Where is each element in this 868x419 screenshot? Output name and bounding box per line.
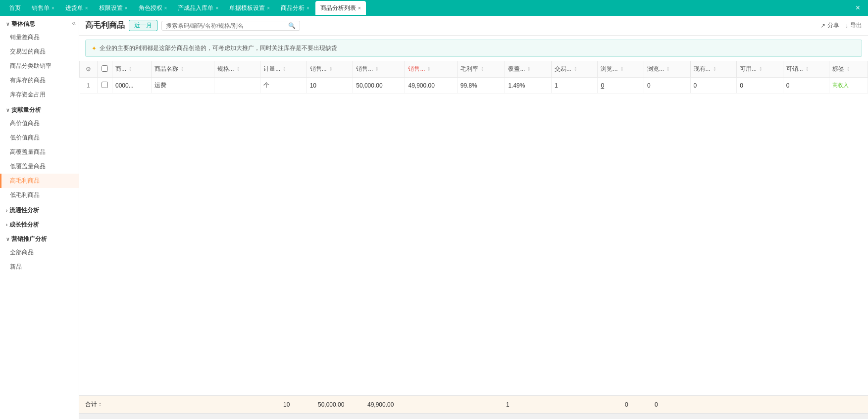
close-template-tab[interactable]: × <box>267 5 270 11</box>
sidebar-group-marketing[interactable]: ∨ 营销推广分析 <box>0 231 79 245</box>
col-sales-qty[interactable]: 销售...⇕ <box>306 61 353 78</box>
col-tag[interactable]: 标签⇕ <box>829 61 868 78</box>
row-current-stock: 0 <box>690 78 737 93</box>
close-permissions-tab[interactable]: × <box>125 5 128 11</box>
col-transactions[interactable]: 交易...⇕ <box>551 61 598 78</box>
close-roles-tab[interactable]: × <box>164 5 167 11</box>
nav-tab-permissions[interactable]: 权限设置 × <box>94 1 133 15</box>
views1-link[interactable]: 0 <box>601 82 604 89</box>
data-table-container[interactable]: ⚙ 商...⇕ 商品名称⇕ 规格...⇕ 计量...⇕ 销售...⇕ 销售...… <box>79 61 868 395</box>
nav-tab-roles[interactable]: 角色授权 × <box>134 1 172 15</box>
sidebar-item-poor-sales[interactable]: 销量差商品 <box>0 30 79 45</box>
row-checkbox[interactable] <box>102 82 108 88</box>
sidebar-group-overview[interactable]: ∨ 整体信息 <box>0 16 79 30</box>
nav-tab-home[interactable]: 首页 <box>4 1 26 15</box>
col-unit[interactable]: 计量...⇕ <box>260 61 307 78</box>
search-icon[interactable]: 🔍 <box>288 22 296 29</box>
sidebar-item-traded[interactable]: 交易过的商品 <box>0 45 79 59</box>
select-all-checkbox[interactable] <box>102 65 108 72</box>
col-coverage[interactable]: 覆盖...⇕ <box>505 61 552 78</box>
sidebar: « ∨ 整体信息 销量差商品 交易过的商品 商品分类助销率 有库存的商品 库存资… <box>0 16 79 419</box>
table-header-row: ⚙ 商...⇕ 商品名称⇕ 规格...⇕ 计量...⇕ 销售...⇕ 销售...… <box>80 61 868 78</box>
footer-sales-qty: 10 <box>283 401 318 408</box>
col-views2[interactable]: 浏览...⇕ <box>644 61 691 78</box>
liquidity-arrow: › <box>6 208 7 213</box>
nav-tab-sales[interactable]: 销售单 × <box>27 1 59 15</box>
col-settings[interactable]: ⚙ <box>80 61 98 78</box>
nav-tab-analysis-list[interactable]: 商品分析列表 × <box>315 1 366 15</box>
close-purchase-tab[interactable]: × <box>85 5 88 11</box>
row-sales-cost: 49,900.00 <box>405 78 457 93</box>
col-views1[interactable]: 浏览...⇕ <box>598 61 644 78</box>
row-num: 1 <box>80 78 98 93</box>
settings-icon[interactable]: ⚙ <box>86 66 91 73</box>
row-tag: 高收入 <box>829 78 868 93</box>
row-gross-margin: 99.8% <box>457 78 505 93</box>
row-views2: 0 <box>644 78 691 93</box>
horizontal-scrollbar[interactable] <box>79 413 868 419</box>
page-title: 高毛利商品 <box>85 20 125 31</box>
overview-arrow: ∨ <box>6 21 9 27</box>
sidebar-group-growth[interactable]: › 成长性分析 <box>0 217 79 231</box>
close-all-button[interactable]: × <box>852 3 864 12</box>
sidebar-item-category-rate[interactable]: 商品分类助销率 <box>0 59 79 73</box>
col-current-stock[interactable]: 现有...⇕ <box>690 61 737 78</box>
share-icon: ↗ <box>820 22 825 29</box>
data-table: ⚙ 商...⇕ 商品名称⇕ 规格...⇕ 计量...⇕ 销售...⇕ 销售...… <box>79 61 868 93</box>
sidebar-item-low-margin[interactable]: 低毛利商品 <box>0 188 79 202</box>
marketing-arrow: ∨ <box>6 236 9 242</box>
col-checkbox[interactable] <box>98 61 112 78</box>
footer-sales-cost: 49,900.00 <box>367 401 417 408</box>
search-box: 🔍 <box>161 21 300 31</box>
col-spec[interactable]: 规格...⇕ <box>214 61 260 78</box>
share-button[interactable]: ↗ 分享 <box>820 21 839 30</box>
nav-tab-product-in[interactable]: 产成品入库单 × <box>173 1 223 15</box>
row-spec <box>214 78 260 93</box>
row-name: 运费 <box>151 78 214 93</box>
row-checkbox-cell[interactable] <box>98 78 112 93</box>
col-sellable-stock[interactable]: 可销...⇕ <box>783 61 829 78</box>
row-coverage: 1.49% <box>505 78 552 93</box>
sidebar-item-high-coverage[interactable]: 高覆盖量商品 <box>0 145 79 159</box>
top-nav: 首页 销售单 × 进货单 × 权限设置 × 角色授权 × 产成品入库单 × 单据… <box>0 0 868 16</box>
nav-tab-purchase[interactable]: 进货单 × <box>60 1 93 15</box>
sidebar-item-all-products[interactable]: 全部商品 <box>0 245 79 260</box>
col-code[interactable]: 商...⇕ <box>112 61 152 78</box>
table-row: 1 0000... 运费 个 10 50,000.00 49,900.00 99… <box>80 78 868 93</box>
row-views1: 0 <box>598 78 644 93</box>
col-available-stock[interactable]: 可用...⇕ <box>737 61 783 78</box>
export-button[interactable]: ↓ 导出 <box>845 21 862 30</box>
growth-label: 成长性分析 <box>9 221 39 229</box>
info-banner: ✦ 企业的主要的利润都是这部分商品创造的，可考虑加大推广，同时关注库存是不要出现… <box>85 40 862 57</box>
sidebar-collapse-button[interactable]: « <box>72 19 76 27</box>
nav-tab-analysis[interactable]: 商品分析 × <box>276 1 314 15</box>
nav-tab-template[interactable]: 单据模板设置 × <box>224 1 275 15</box>
col-gross-margin[interactable]: 毛利率⇕ <box>457 61 505 78</box>
sidebar-item-high-value[interactable]: 高价值商品 <box>0 116 79 131</box>
sidebar-item-low-value[interactable]: 低价值商品 <box>0 131 79 145</box>
contribution-label: 贡献量分析 <box>11 106 41 114</box>
row-code: 0000... <box>112 78 152 93</box>
sidebar-item-capital[interactable]: 库存资金占用 <box>0 88 79 102</box>
sidebar-group-liquidity[interactable]: › 流通性分析 <box>0 202 79 217</box>
sidebar-group-contribution[interactable]: ∨ 贡献量分析 <box>0 102 79 116</box>
sidebar-item-low-coverage[interactable]: 低覆盖量商品 <box>0 159 79 174</box>
date-filter-button[interactable]: 近一月 <box>129 20 157 31</box>
footer-total: 合计： 10 50,000.00 49,900.00 1 0 0 <box>79 395 868 413</box>
close-analysis-tab[interactable]: × <box>306 5 309 11</box>
sidebar-item-high-margin[interactable]: 高毛利商品 <box>0 174 79 188</box>
col-sales-cost[interactable]: 销售...⇕ <box>405 61 457 78</box>
close-product-in-tab[interactable]: × <box>215 5 218 11</box>
marketing-label: 营销推广分析 <box>11 235 47 243</box>
header-actions: ↗ 分享 ↓ 导出 <box>820 21 862 30</box>
overview-label: 整体信息 <box>11 20 35 28</box>
row-unit: 个 <box>260 78 307 93</box>
sidebar-item-new-products[interactable]: 新品 <box>0 260 79 274</box>
search-input[interactable] <box>166 22 286 29</box>
col-sales-amount[interactable]: 销售...⇕ <box>353 61 405 78</box>
tag-badge: 高收入 <box>832 82 849 88</box>
close-sales-tab[interactable]: × <box>51 5 54 11</box>
col-name[interactable]: 商品名称⇕ <box>151 61 214 78</box>
sidebar-item-in-stock[interactable]: 有库存的商品 <box>0 73 79 88</box>
close-analysis-list-tab[interactable]: × <box>358 5 361 11</box>
